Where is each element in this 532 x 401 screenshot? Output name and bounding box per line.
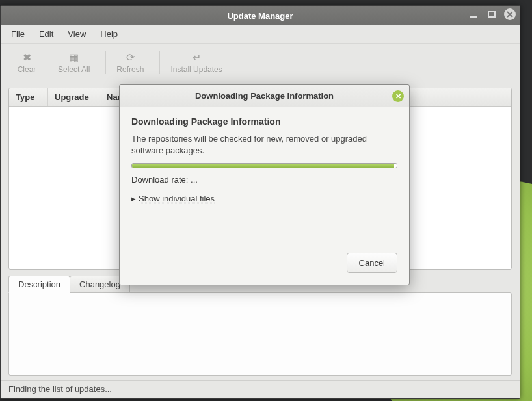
expander-label: Show individual files	[139, 194, 215, 203]
close-icon: ✕	[395, 92, 401, 101]
progress-bar	[131, 163, 397, 168]
tab-description[interactable]: Description	[8, 276, 70, 293]
download-rate: Download rate: ...	[131, 175, 397, 185]
progress-fill	[132, 164, 394, 168]
dialog-title: Downloading Package Information	[195, 91, 334, 101]
download-dialog: Downloading Package Information ✕ Downlo…	[119, 84, 410, 285]
chevron-right-icon: ▸	[131, 194, 136, 203]
dialog-close-button[interactable]: ✕	[392, 90, 404, 102]
cancel-button[interactable]: Cancel	[347, 253, 397, 273]
show-individual-files-expander[interactable]: ▸ Show individual files	[131, 194, 397, 203]
dialog-heading: Downloading Package Information	[131, 116, 397, 127]
modal-overlay: Downloading Package Information ✕ Downlo…	[0, 0, 532, 401]
dialog-description: The repositories will be checked for new…	[131, 133, 397, 157]
dialog-titlebar: Downloading Package Information ✕	[120, 85, 409, 107]
